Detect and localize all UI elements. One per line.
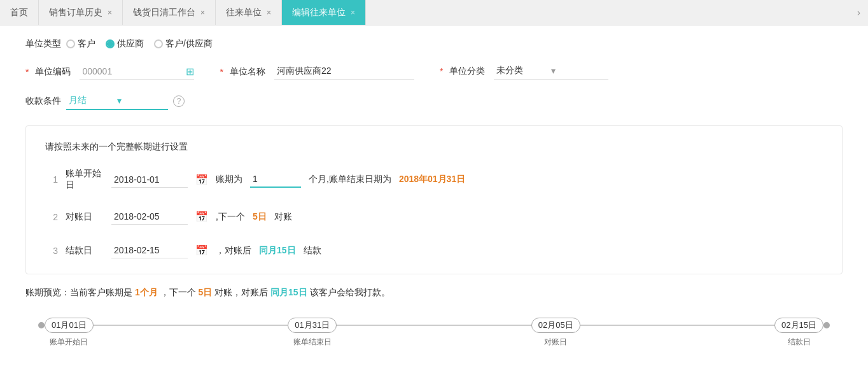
start-date-input[interactable] bbox=[111, 172, 188, 188]
timeline-point-4: 02月15日 结款日 bbox=[774, 314, 823, 348]
payment-help-icon[interactable]: ? bbox=[173, 95, 185, 107]
unit-type-radio-group: 客户 供应商 客户/供应商 bbox=[66, 38, 213, 50]
timeline-label-1: 01月01日 bbox=[45, 318, 94, 333]
timeline-start-dot bbox=[38, 322, 45, 328]
unit-code-label: 单位编码 bbox=[35, 66, 71, 78]
timeline-point-2: 01月31日 账单结束日 bbox=[288, 314, 337, 348]
timeline-point-1: 01月01日 账单开始日 bbox=[45, 314, 94, 348]
tab-bar: 首页 销售订单历史 × 钱货日清工作台 × 往来单位 × 编辑往来单位 × › bbox=[0, 0, 868, 25]
preview-text: 账期预览：当前客户账期是 1个月 ，下一个 5日 对账，对账后 同月15日 该客… bbox=[25, 287, 843, 299]
payment-cond-select[interactable]: 月结 ▾ bbox=[66, 92, 168, 110]
radio-both-label: 客户/供应商 bbox=[165, 38, 213, 50]
radio-supplier[interactable]: 供应商 bbox=[106, 38, 144, 50]
timeline-label-2: 01月31日 bbox=[288, 318, 337, 333]
preview-before: 账期预览：当前客户账期是 bbox=[25, 287, 132, 297]
unit-name-input[interactable] bbox=[274, 64, 414, 80]
tab-edit-partner-close[interactable]: × bbox=[351, 8, 355, 17]
main-content: 单位类型 客户 供应商 客户/供应商 * 单位编码 ⊞ bbox=[0, 25, 868, 387]
setting-row-1: 1 账单开始日 📅 账期为 个月,账单结束日期为 2018年01月31日 bbox=[45, 168, 823, 191]
setting-num-1: 1 bbox=[45, 174, 58, 185]
preview-months: 1个月 bbox=[135, 287, 158, 297]
period-input[interactable] bbox=[250, 171, 301, 188]
payment-cond-value: 月结 bbox=[69, 95, 117, 106]
radio-supplier-circle bbox=[106, 39, 115, 48]
unit-code-star: * bbox=[25, 67, 29, 77]
timeline-sub-2: 账单结束日 bbox=[293, 337, 332, 348]
tab-cash-work-label: 钱货日清工作台 bbox=[133, 7, 195, 18]
reconcile-day: 5日 bbox=[253, 211, 267, 223]
payment-date-input[interactable] bbox=[111, 243, 188, 258]
timeline-sub-3: 对账日 bbox=[544, 337, 567, 348]
timeline-sub-4: 结款日 bbox=[788, 337, 811, 348]
start-date-cal-icon[interactable]: 📅 bbox=[195, 174, 208, 186]
unit-category-select[interactable]: 未分类 ▾ bbox=[494, 62, 608, 80]
preview-payment-day: 同月15日 bbox=[270, 287, 307, 297]
period-label-after: 个月,账单结束日期为 bbox=[309, 174, 391, 185]
setting-num-3: 3 bbox=[45, 246, 58, 256]
radio-both-circle bbox=[154, 39, 163, 48]
setting-name-2: 对账日 bbox=[66, 211, 104, 223]
tab-cash-work-close[interactable]: × bbox=[200, 8, 205, 17]
tab-home-label: 首页 bbox=[10, 7, 28, 18]
reconcile-desc-before: ,下一个 bbox=[216, 211, 245, 223]
unit-category-value: 未分类 bbox=[496, 65, 551, 76]
radio-both[interactable]: 客户/供应商 bbox=[154, 38, 213, 50]
preview-mid2: 对账，对账后 bbox=[214, 287, 268, 297]
setting-num-2: 2 bbox=[45, 212, 58, 222]
reconcile-date-input[interactable] bbox=[111, 209, 188, 225]
timeline-container: 01月01日 账单开始日 01月31日 账单结束日 02月05日 对账日 bbox=[25, 314, 843, 348]
timeline-line bbox=[45, 325, 823, 326]
reconcile-desc-after: 对账 bbox=[274, 211, 292, 223]
radio-customer[interactable]: 客户 bbox=[66, 38, 95, 50]
unit-category-label: 单位分类 bbox=[449, 66, 485, 77]
period-end-date: 2018年01月31日 bbox=[399, 174, 465, 185]
radio-customer-circle bbox=[66, 39, 75, 48]
tab-sales-history-close[interactable]: × bbox=[108, 8, 112, 17]
preview-after: 该客户会给我打款。 bbox=[310, 287, 390, 297]
setting-row-2: 2 对账日 📅 ,下一个 5日 对账 bbox=[45, 209, 823, 225]
tab-edit-partner-label: 编辑往来单位 bbox=[292, 7, 346, 18]
tab-home[interactable]: 首页 bbox=[0, 0, 39, 25]
payment-date-cal-icon[interactable]: 📅 bbox=[195, 244, 208, 257]
radio-customer-label: 客户 bbox=[78, 38, 95, 50]
payment-day: 同月15日 bbox=[259, 245, 296, 257]
payment-cond-row: 收款条件 月结 ▾ ? bbox=[25, 92, 843, 110]
tab-cash-work[interactable]: 钱货日清工作台 × bbox=[123, 0, 216, 25]
unit-type-row: 单位类型 客户 供应商 客户/供应商 bbox=[25, 38, 843, 50]
period-label-before: 账期为 bbox=[216, 174, 242, 185]
unit-type-label: 单位类型 bbox=[25, 38, 61, 50]
payment-desc-after: 结款 bbox=[304, 245, 321, 257]
payment-desc-before: ，对账后 bbox=[216, 245, 251, 257]
unit-category-arrow: ▾ bbox=[551, 66, 606, 76]
preview-mid1: ，下一个 bbox=[160, 287, 196, 297]
tab-partner-unit[interactable]: 往来单位 × bbox=[216, 0, 282, 25]
tab-sales-history[interactable]: 销售订单历史 × bbox=[39, 0, 123, 25]
setting-name-1: 账单开始日 bbox=[66, 168, 104, 191]
unit-code-copy-icon[interactable]: ⊞ bbox=[186, 66, 194, 78]
timeline-label-3: 02月05日 bbox=[531, 318, 580, 333]
unit-code-field[interactable]: ⊞ bbox=[80, 64, 194, 80]
tab-edit-partner[interactable]: 编辑往来单位 × bbox=[282, 0, 366, 25]
preview-day: 5日 bbox=[198, 287, 212, 297]
unit-name-star: * bbox=[220, 67, 223, 77]
unit-category-star: * bbox=[440, 66, 443, 76]
unit-info-row: * 单位编码 ⊞ * 单位名称 * 单位分类 未分类 ▾ bbox=[25, 62, 843, 80]
timeline-label-4: 02月15日 bbox=[774, 318, 823, 333]
timeline-sub-1: 账单开始日 bbox=[50, 337, 88, 348]
tab-sales-history-label: 销售订单历史 bbox=[49, 7, 102, 18]
setting-name-3: 结款日 bbox=[66, 245, 104, 257]
settings-panel: 请按照未来的一个完整帐期进行设置 1 账单开始日 📅 账期为 个月,账单结束日期… bbox=[25, 125, 843, 274]
radio-supplier-label: 供应商 bbox=[117, 38, 144, 50]
timeline-point-3: 02月05日 对账日 bbox=[531, 314, 580, 348]
unit-code-input[interactable] bbox=[80, 64, 186, 79]
tab-scroll-arrow[interactable]: › bbox=[850, 7, 868, 18]
payment-cond-arrow: ▾ bbox=[117, 95, 165, 106]
payment-cond-label: 收款条件 bbox=[25, 95, 61, 107]
setting-row-3: 3 结款日 📅 ，对账后 同月15日 结款 bbox=[45, 243, 823, 258]
reconcile-date-cal-icon[interactable]: 📅 bbox=[195, 211, 208, 223]
timeline-end-dot bbox=[823, 322, 830, 328]
panel-title: 请按照未来的一个完整帐期进行设置 bbox=[45, 141, 823, 153]
tab-partner-unit-label: 往来单位 bbox=[226, 7, 262, 18]
timeline-inner: 01月01日 账单开始日 01月31日 账单结束日 02月05日 对账日 bbox=[45, 314, 823, 348]
tab-partner-unit-close[interactable]: × bbox=[267, 8, 271, 17]
